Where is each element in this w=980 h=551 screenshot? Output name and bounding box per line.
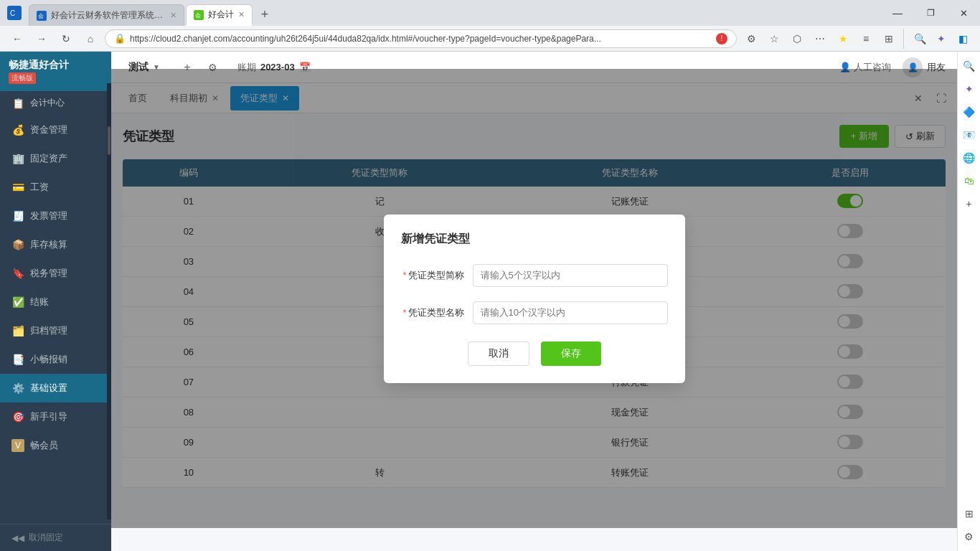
sidebar-label-tax: 税务管理 bbox=[30, 267, 67, 280]
sidebar-item-archive[interactable]: 🗂️ 归档管理 bbox=[0, 316, 111, 345]
tab-chanjet-close[interactable]: ✕ bbox=[170, 11, 176, 20]
report-icon: 📑 bbox=[11, 353, 24, 366]
sidebar-label-invoice: 发票管理 bbox=[30, 209, 67, 222]
collections-btn[interactable]: ⬡ bbox=[787, 29, 807, 49]
sidebar-label-member: 畅会员 bbox=[30, 439, 58, 452]
sidebar-label-inventory: 库存核算 bbox=[30, 238, 67, 251]
sidebar-item-settle[interactable]: ✅ 结账 bbox=[0, 288, 111, 316]
sidebar-item-tax[interactable]: 🔖 税务管理 bbox=[0, 259, 111, 288]
unpin-icon: ◀◀ bbox=[11, 533, 24, 543]
right-shopping-btn[interactable]: 🛍 bbox=[961, 172, 978, 189]
edge-discover-btn[interactable]: ✦ bbox=[931, 29, 951, 49]
sidebar-item-member[interactable]: V 畅会员 bbox=[0, 431, 111, 460]
sidebar-label-guide: 新手引导 bbox=[30, 410, 67, 423]
sidebar-label-settings: 基础设置 bbox=[30, 382, 67, 395]
right-collections-btn[interactable]: 🔷 bbox=[961, 103, 978, 121]
invoice-icon: 🧾 bbox=[11, 209, 24, 222]
sidebar-label-dashboard: 会计中心 bbox=[30, 97, 65, 109]
sidebar-label-funds: 资金管理 bbox=[30, 123, 67, 136]
member-icon: V bbox=[11, 439, 24, 452]
svg-text:会: 会 bbox=[38, 13, 44, 19]
modal-name-input[interactable] bbox=[473, 301, 668, 324]
modal-title: 新增凭证类型 bbox=[401, 232, 668, 247]
close-btn[interactable]: ✕ bbox=[947, 0, 980, 26]
tab-haokuai[interactable]: 会 好会计 ✕ bbox=[186, 4, 253, 26]
reading-view-btn[interactable]: ≡ bbox=[856, 29, 876, 49]
archive-icon: 🗂️ bbox=[11, 324, 24, 337]
unpin-label: 取消固定 bbox=[29, 532, 63, 544]
sidebar-label-archive: 归档管理 bbox=[30, 324, 67, 337]
new-tab-btn[interactable]: + bbox=[254, 4, 275, 26]
sidebar-label-report: 小畅报销 bbox=[30, 353, 67, 366]
salary-icon: 💳 bbox=[11, 181, 24, 194]
sidebar-label-salary: 工资 bbox=[30, 181, 49, 194]
reload-btn[interactable]: ↻ bbox=[56, 29, 76, 49]
favorites-btn[interactable]: ★ bbox=[833, 29, 853, 49]
tax-icon: 🔖 bbox=[11, 267, 24, 280]
minimize-btn[interactable]: — bbox=[881, 0, 914, 26]
sidebar-item-fixed-assets[interactable]: 🏢 固定资产 bbox=[0, 144, 111, 173]
cancel-button[interactable]: 取消 bbox=[468, 342, 529, 366]
modal-overlay: 新增凭证类型 凭证类型简称 凭证类型名称 取消 保存 bbox=[111, 69, 957, 528]
save-button[interactable]: 保存 bbox=[541, 342, 601, 366]
svg-text:C: C bbox=[10, 9, 15, 17]
right-outlook-btn[interactable]: 📧 bbox=[961, 126, 978, 143]
logo-sub: 流畅版 bbox=[9, 72, 36, 84]
search-sidebar-btn[interactable]: 🔍 bbox=[910, 29, 930, 49]
forward-btn[interactable]: → bbox=[32, 29, 52, 49]
sidebar-item-funds[interactable]: 💰 资金管理 bbox=[0, 116, 111, 144]
edge-sidebar-btn[interactable]: ◧ bbox=[953, 29, 973, 49]
edge-more-btn[interactable]: ⊞ bbox=[879, 29, 899, 49]
browser-menu-btn[interactable]: ⋯ bbox=[810, 29, 830, 49]
maximize-btn[interactable]: ❐ bbox=[914, 0, 947, 26]
app-logo: 畅捷通好合计 流畅版 bbox=[0, 52, 111, 91]
right-search-btn[interactable]: 🔍 bbox=[961, 57, 978, 75]
right-layout-btn[interactable]: ⊞ bbox=[961, 505, 978, 522]
sidebar-item-invoice[interactable]: 🧾 发票管理 bbox=[0, 202, 111, 230]
fixed-assets-icon: 🏢 bbox=[11, 152, 24, 165]
right-settings-btn[interactable]: ⚙ bbox=[961, 528, 978, 545]
inventory-icon: 📦 bbox=[11, 238, 24, 251]
right-bing-btn[interactable]: ✦ bbox=[961, 80, 978, 98]
sidebar-label-settle: 结账 bbox=[30, 296, 49, 309]
home-btn[interactable]: ⌂ bbox=[80, 29, 100, 49]
tab-chanjet[interactable]: 会 好会计云财务软件管理系统_会计 ✕ bbox=[29, 4, 184, 26]
sidebar-item-guide[interactable]: 🎯 新手引导 bbox=[0, 402, 111, 431]
modal-dialog: 新增凭证类型 凭证类型简称 凭证类型名称 取消 保存 bbox=[384, 215, 685, 383]
settle-icon: ✅ bbox=[11, 296, 24, 309]
tab-haokuai-close[interactable]: ✕ bbox=[238, 10, 245, 19]
sidebar-item-dashboard[interactable]: 📋 会计中心 bbox=[0, 91, 111, 116]
dashboard-icon: 📋 bbox=[11, 97, 24, 110]
sidebar-label-fixed-assets: 固定资产 bbox=[30, 152, 67, 165]
svg-text:会: 会 bbox=[195, 12, 201, 19]
guide-icon: 🎯 bbox=[11, 410, 24, 423]
bookmark-btn[interactable]: ☆ bbox=[764, 29, 784, 49]
tab-chanjet-label: 好会计云财务软件管理系统_会计 bbox=[51, 9, 166, 22]
unpin-btn[interactable]: ◀◀ 取消固定 bbox=[0, 524, 111, 551]
badge-icon: ! bbox=[716, 33, 727, 44]
sidebar-item-settings[interactable]: ⚙️ 基础设置 bbox=[0, 374, 111, 402]
sidebar-item-inventory[interactable]: 📦 库存核算 bbox=[0, 230, 111, 259]
right-add-btn[interactable]: + bbox=[961, 195, 978, 212]
address-bar[interactable]: 🔒 https://cloud2.chanjet.com/accounting/… bbox=[105, 29, 737, 48]
extensions-btn[interactable]: ⚙ bbox=[741, 29, 761, 49]
modal-short-label: 凭证类型简称 bbox=[401, 269, 473, 282]
modal-short-input[interactable] bbox=[473, 264, 668, 287]
modal-name-label: 凭证类型名称 bbox=[401, 306, 473, 319]
sidebar-item-salary[interactable]: 💳 工资 bbox=[0, 173, 111, 202]
back-btn[interactable]: ← bbox=[7, 29, 27, 49]
funds-icon: 💰 bbox=[11, 123, 24, 136]
sidebar-item-report[interactable]: 📑 小畅报销 bbox=[0, 345, 111, 374]
right-edge-btn[interactable]: 🌐 bbox=[961, 149, 978, 166]
lock-icon: 🔒 bbox=[114, 33, 126, 44]
url-text: https://cloud2.chanjet.com/accounting/uh… bbox=[130, 34, 601, 44]
logo-name: 畅捷通好合计 bbox=[9, 59, 69, 71]
settings-icon: ⚙️ bbox=[11, 382, 24, 395]
tab-haokuai-label: 好会计 bbox=[208, 9, 234, 21]
